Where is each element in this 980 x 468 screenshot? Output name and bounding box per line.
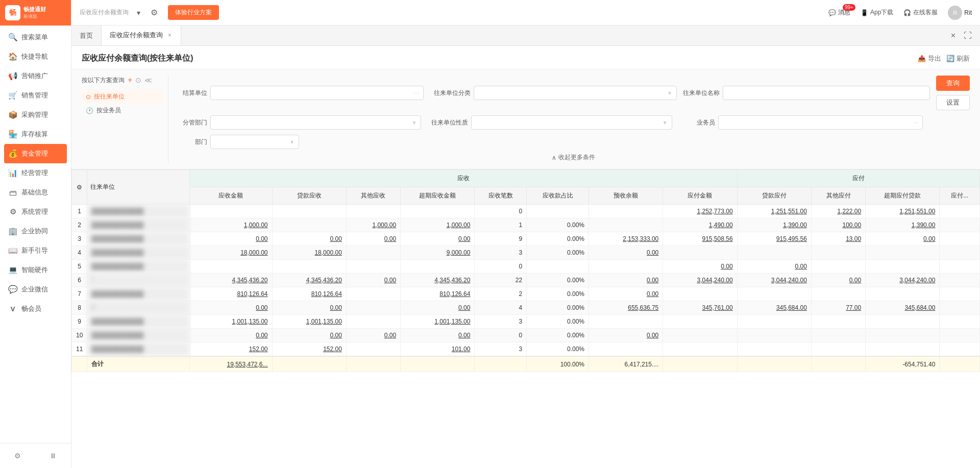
sidebar-item-inventory[interactable]: 🏪 库存核算 [0, 125, 71, 144]
table-cell[interactable]: 0.00 [589, 287, 663, 301]
table-cell[interactable]: 1,490.00 [663, 218, 737, 232]
table-cell[interactable]: 0.00 [589, 246, 663, 260]
table-cell[interactable]: 4,345,436.20 [401, 274, 475, 287]
table-cell[interactable]: 1,001,135.00 [401, 315, 475, 329]
table-cell[interactable]: 101.00 [401, 342, 475, 357]
table-cell[interactable]: 0.00 [346, 274, 400, 287]
table-settings-icon[interactable]: ⚙ [77, 184, 82, 191]
table-cell[interactable]: 0.00 [189, 301, 272, 315]
app-download-btn[interactable]: 📱 App下载 [861, 8, 893, 17]
table-cell[interactable]: 4,345,436.20 [189, 274, 272, 287]
unit-category-select[interactable]: ▼ [474, 86, 677, 100]
sidebar-item-corp[interactable]: 🏢 企业协同 [0, 221, 71, 241]
table-cell[interactable]: 18,000.00 [272, 246, 346, 260]
header-nav-down-btn[interactable]: ▾ [135, 7, 142, 19]
table-cell[interactable]: 915,495.56 [737, 232, 811, 246]
table-cell[interactable]: 152.00 [189, 342, 272, 357]
table-cell[interactable]: 13.00 [811, 232, 865, 246]
table-cell[interactable]: 345,684.00 [866, 301, 940, 315]
table-cell[interactable]: 1,251,551.00 [737, 205, 811, 218]
user-info[interactable]: R Rit [948, 6, 972, 20]
header-gear-btn[interactable]: ⚙ [149, 6, 160, 19]
sidebar-item-system[interactable]: ⚙ 系统管理 [0, 202, 71, 221]
table-cell[interactable]: 1,251,551.00 [866, 205, 940, 218]
table-cell[interactable]: 655,636.75 [589, 301, 663, 315]
export-btn[interactable]: 📤 导出 [918, 54, 941, 63]
table-cell[interactable]: 810,126.64 [189, 287, 272, 301]
sidebar-item-vip[interactable]: V 畅会员 [0, 299, 71, 318]
table-cell[interactable]: 1,000.00 [346, 218, 400, 232]
sidebar-item-purchase[interactable]: 📦 采购管理 [0, 105, 71, 125]
sidebar-item-marketing[interactable]: 📢 营销推广 [0, 66, 71, 86]
filter-collapse-left-btn[interactable]: ≪ [144, 76, 152, 84]
table-cell[interactable]: 1,000.00 [189, 218, 272, 232]
table-cell[interactable]: 77.00 [811, 301, 865, 315]
table-cell[interactable]: 1,000.00 [401, 218, 475, 232]
table-cell[interactable]: 18,000.00 [189, 246, 272, 260]
query-btn[interactable]: 查询 [936, 76, 970, 91]
tab-home[interactable]: 首页 [71, 26, 102, 45]
table-cell[interactable]: 0.00 [346, 329, 400, 342]
table-cell[interactable]: 0.00 [589, 274, 663, 287]
table-cell[interactable]: 3,044,240.00 [737, 274, 811, 287]
online-service-btn[interactable]: 🎧 在线客服 [903, 8, 938, 17]
table-cell[interactable]: 1,252,773.00 [663, 205, 737, 218]
tab-close-window-btn[interactable]: × [949, 29, 958, 42]
settings-btn[interactable]: 设置 [936, 95, 970, 110]
table-cell[interactable]: 152.00 [272, 342, 346, 357]
table-cell[interactable]: 1,222.00 [811, 205, 865, 218]
table-cell[interactable]: 1,390.00 [866, 218, 940, 232]
table-cell[interactable]: 1,001,135.00 [189, 315, 272, 329]
table-cell[interactable]: 2,153,333.00 [589, 232, 663, 246]
footer-ar-total[interactable]: 19,553,472,6... [189, 356, 272, 372]
table-cell[interactable]: 0.00 [737, 260, 811, 274]
sidebar-collapse-btn[interactable]: ⏸ [46, 449, 60, 463]
table-area[interactable]: ⚙ 往来单位 应收 应付 应收金额 贷款应收 其他应收 超期应收金额 应收笔数 … [71, 169, 980, 468]
sidebar-item-guide[interactable]: 📖 新手引导 [0, 241, 71, 260]
sidebar-item-operations[interactable]: 📊 经营管理 [0, 163, 71, 183]
table-cell[interactable]: 3,044,240.00 [663, 274, 737, 287]
table-cell[interactable]: 345,761.00 [663, 301, 737, 315]
table-cell[interactable]: 0.00 [401, 232, 475, 246]
sidebar-item-sales[interactable]: 🛒 销售管理 [0, 86, 71, 105]
salesperson-input[interactable]: ··· [718, 115, 923, 130]
table-cell[interactable]: 100.00 [811, 218, 865, 232]
table-cell[interactable]: 0.00 [272, 329, 346, 342]
tab-close-btn[interactable]: × [167, 31, 173, 40]
table-cell[interactable]: 4,345,436.20 [272, 274, 346, 287]
filter-method-byunit[interactable]: ⊙ 按往来单位 [82, 90, 163, 104]
table-cell[interactable]: 0.00 [401, 301, 475, 315]
table-cell[interactable]: 345,684.00 [737, 301, 811, 315]
filter-method-bysales[interactable]: 🕐 按业务员 [82, 104, 163, 117]
table-cell[interactable]: 0.00 [663, 260, 737, 274]
message-btn[interactable]: 💬 消息 99+ [828, 8, 850, 17]
dept-select[interactable]: ▼ [210, 115, 421, 130]
sidebar-item-finance[interactable]: 💰 资金管理 [4, 144, 67, 163]
table-cell[interactable]: 1,001,135.00 [272, 315, 346, 329]
table-cell[interactable]: 915,508.56 [663, 232, 737, 246]
tab-arbalance[interactable]: 应收应付余额查询 × [102, 26, 181, 45]
table-cell[interactable]: 0.00 [272, 301, 346, 315]
table-cell[interactable]: 810,126.64 [401, 287, 475, 301]
table-cell[interactable]: 810,126.64 [272, 287, 346, 301]
refresh-btn[interactable]: 🔄 刷新 [946, 54, 970, 63]
dept2-select[interactable]: ▼ [210, 135, 299, 149]
table-cell[interactable]: 0.00 [189, 232, 272, 246]
collapse-btn[interactable]: ∧ 收起更多条件 [552, 153, 595, 162]
sidebar-settings-btn[interactable]: ⚙ [11, 449, 24, 463]
table-cell[interactable]: 3,044,240.00 [866, 274, 940, 287]
table-cell[interactable]: 0.00 [272, 232, 346, 246]
settlement-input[interactable]: ··· [210, 86, 424, 100]
table-cell[interactable]: 0.00 [589, 329, 663, 342]
table-cell[interactable]: 0.00 [346, 232, 400, 246]
table-cell[interactable]: 0.00 [866, 232, 940, 246]
solution-btn[interactable]: 体验行业方案 [168, 5, 219, 20]
table-cell[interactable]: 0.00 [189, 329, 272, 342]
unit-nature-select[interactable]: ▼ [471, 115, 672, 130]
tab-fullscreen-btn[interactable]: ⛶ [962, 29, 974, 42]
sidebar-item-quicknav[interactable]: 🏠 快捷导航 [0, 47, 71, 66]
sidebar-item-search[interactable]: 🔍 搜索菜单 [0, 28, 71, 47]
sidebar-item-basic[interactable]: 🗃 基础信息 [0, 183, 71, 202]
table-cell[interactable]: 0.00 [811, 274, 865, 287]
sidebar-item-wechat[interactable]: 💬 企业微信 [0, 280, 71, 299]
